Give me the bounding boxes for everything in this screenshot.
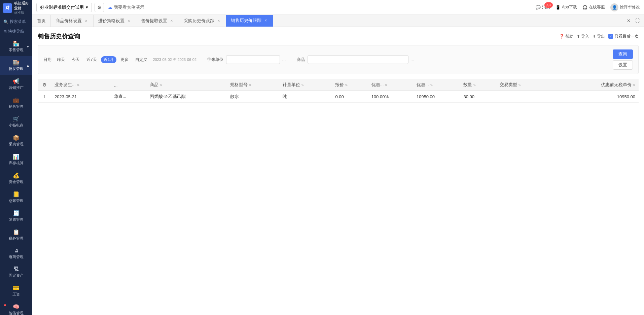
date-tab-last1m[interactable]: 近1月 [101,56,117,63]
inventory-icon: 📊 [13,153,20,160]
sidebar-item-marketing[interactable]: 📢 营销推广 [0,75,32,94]
sort-icon-price: ⇅ [345,83,348,87]
assets-icon: 🏗 [13,266,19,272]
sidebar-item-invoice[interactable]: 🧾 发票管理 [0,207,32,225]
sort-biz-date[interactable]: 业务发生... ⇅ [55,82,79,88]
date-tab-more[interactable]: 更多 [118,56,131,63]
chevron-down-icon: ▾ [86,5,88,10]
date-tab-last7[interactable]: 近7天 [84,56,100,63]
grid-icon: ⊞ [3,29,7,34]
partner-input[interactable] [226,55,280,64]
sidebar-item-ecommerce[interactable]: 🖥 电商管理 [0,244,32,263]
download-icon: 📱 [556,5,561,10]
sidebar-item-ledger[interactable]: 📒 总账管理 [0,188,32,207]
date-tab-custom[interactable]: 自定义 [133,56,150,63]
version-select[interactable]: 好业财标准版交付试用 ▾ [36,3,92,12]
export-link[interactable]: ⬇ 导出 [593,34,605,39]
date-tab-yesterday[interactable]: 昨天 [54,56,68,63]
th-gear[interactable]: ⚙ [38,79,51,91]
import-icon: ⬆ [577,34,580,39]
tab-strategy[interactable]: 进价策略设置 × [94,15,136,27]
tab-price-close[interactable]: × [84,19,88,23]
product-input[interactable] [308,55,408,64]
sidebar-item-tax[interactable]: 📋 税务管理 [0,225,32,244]
invoice-icon: 🧾 [13,210,20,216]
version-select-label: 好业财标准版交付试用 [40,4,84,10]
sidebar-item-ecommerce-small[interactable]: 🛒 小畅电商 [0,112,32,131]
tab-purchase-history[interactable]: 采购历史价跟踪 × [179,15,226,27]
sidebar-item-payroll[interactable]: 💳 工资 [0,281,32,300]
search-menu[interactable]: 🔍 搜索菜单 [0,16,32,27]
gear-icon[interactable]: ⚙ [42,82,47,88]
th-quantity[interactable]: 数量 ⇅ [460,79,496,91]
query-button[interactable]: 查询 [613,49,633,59]
logo-text: 畅捷通好业财 [14,1,30,10]
sidebar-item-smart[interactable]: 🧠 智能管理 [0,300,32,315]
th-price[interactable]: 报价 ⇅ [332,79,368,91]
sort-price[interactable]: 报价 ⇅ [335,82,348,88]
tab-sale-price[interactable]: 售价提取设置 × [136,15,179,27]
sort-discount1[interactable]: 优惠... ⇅ [371,82,388,88]
tab-sale-history-close[interactable]: × [263,18,268,23]
date-filter-label: 日期 [43,57,51,63]
sidebar-item-retail[interactable]: 🏪 零售管理 ▼ [0,37,32,56]
sort-unit[interactable]: 计量单位 ⇅ [283,82,304,88]
app-logo: 财 畅捷通好业财 标准版 [0,0,32,16]
tab-home[interactable]: 首页 [32,15,51,27]
th-trans-type[interactable]: 交易类型 ⇅ [496,79,549,91]
tabs-bar: 首页 商品价格设置 × 进价策略设置 × 售价提取设置 × 采购历史价跟踪 × … [32,15,644,27]
expand-arrow-retail: ▼ [26,45,30,48]
th-more[interactable]: ... [111,79,147,91]
th-unit[interactable]: 计量单位 ⇅ [279,79,332,91]
sort-pretax-price[interactable]: 优惠前无税单价 ⇅ [601,82,635,88]
partner-dots[interactable]: ... [282,57,286,62]
only-last-checkbox[interactable]: 只看最后一次 [608,34,639,39]
maximize-tab-button[interactable]: ⛶ [633,17,641,25]
tax-icon: 📋 [13,229,20,235]
settings-gear-button[interactable]: ⚙ [95,3,104,12]
quick-nav[interactable]: ⊞ 快捷导航 [0,27,32,36]
date-range-text: 2023-05-02 至 2023-06-02 [153,57,196,62]
online-service-button[interactable]: 🎧 在线客服 [582,4,605,10]
help-link[interactable]: ❓ 帮助 [559,34,573,39]
cell-biz-date: 2023-05-31 [51,91,111,103]
demo-link[interactable]: ☁ 我要看实例演示 [108,4,144,10]
sort-discount2[interactable]: 优惠... ⇅ [417,82,433,88]
message-badge: 99+ [544,2,553,8]
sidebar-item-assets[interactable]: 🏗 固定资产 [0,263,32,281]
sidebar-item-wholesale[interactable]: 🏬 批发管理 ▲ [0,56,32,75]
tab-purchase-history-close[interactable]: × [216,19,221,23]
import-link[interactable]: ⬆ 导入 [577,34,589,39]
sort-product[interactable]: 商品 ⇅ [150,82,162,88]
user-menu[interactable]: 👤 徐泽华修改 [610,3,640,11]
setting-button[interactable]: 设置 [613,60,633,70]
sidebar-item-finance[interactable]: 💰 资金管理 [0,169,32,188]
page-title: 销售历史价查询 [38,32,80,40]
th-discount1[interactable]: 优惠... ⇅ [368,79,413,91]
tab-sale-price-close[interactable]: × [169,19,174,23]
app-download-button[interactable]: 📱 App下载 [556,4,577,10]
product-dots[interactable]: ... [410,57,415,62]
tab-strategy-close[interactable]: × [127,19,131,23]
th-product[interactable]: 商品 ⇅ [146,79,227,91]
cell-quantity: 30.00 [460,91,496,103]
tab-sale-price-label: 售价提取设置 [141,18,167,24]
tab-sale-history[interactable]: 销售历史价跟踪 × [226,15,273,27]
message-button[interactable]: 💬 消息 99+ [536,4,550,10]
sidebar-item-purchase[interactable]: 📦 采购管理 [0,131,32,150]
cell-trans-type [496,91,549,103]
sort-spec[interactable]: 规格型号 ⇅ [230,82,251,88]
sort-quantity[interactable]: 数量 ⇅ [463,82,476,88]
data-table: ⚙ 业务发生... ⇅ ... [38,79,639,103]
th-biz-date[interactable]: 业务发生... ⇅ [51,79,111,91]
th-discount2[interactable]: 优惠... ⇅ [413,79,460,91]
th-pretax-price[interactable]: 优惠前无税单价 ⇅ [561,79,639,91]
tab-price[interactable]: 商品价格设置 × [51,15,94,27]
sidebar-item-sales[interactable]: 💼 销售管理 [0,94,32,112]
th-spec[interactable]: 规格型号 ⇅ [227,79,279,91]
date-tab-today[interactable]: 今天 [69,56,82,63]
close-tab-button[interactable]: ✕ [624,17,633,25]
sidebar-item-inventory[interactable]: 📊 库存核算 [0,150,32,169]
sort-trans-type[interactable]: 交易类型 ⇅ [500,82,521,88]
logo-sub: 标准版 [14,10,30,15]
